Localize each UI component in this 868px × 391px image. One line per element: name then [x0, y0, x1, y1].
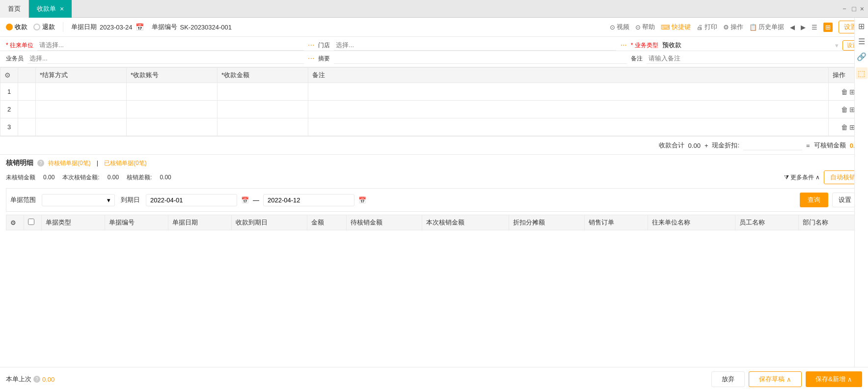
salesperson-input[interactable] — [27, 53, 304, 64]
tab-home[interactable]: 首页 — [0, 0, 29, 18]
query-button[interactable]: 查询 — [800, 193, 828, 207]
sidebar-list-icon[interactable]: ☰ — [858, 37, 865, 46]
bth-doc-type-label: 单据类型 — [46, 219, 71, 226]
help-btn[interactable]: ⊙ 帮助 — [635, 23, 655, 31]
date-calendar-icon-1[interactable]: 📅 — [241, 196, 249, 204]
bottom-info: 本单上次 ? 0.00 — [6, 375, 54, 384]
save-new-button[interactable]: 保存&新增 ∧ — [806, 371, 862, 387]
tab-receipt-label: 收款单 — [37, 4, 56, 13]
store-more-icon[interactable]: ··· — [620, 41, 626, 50]
nav-prev-icon[interactable]: ◀ — [790, 24, 795, 31]
date-field: 单据日期 2023-03-24 📅 — [71, 23, 144, 31]
radio-refund[interactable]: 退款 — [33, 23, 55, 31]
date-calendar-icon-2[interactable]: 📅 — [358, 196, 366, 204]
summary-field: 摘要 — [318, 53, 626, 64]
salesperson-more-icon[interactable]: ··· — [308, 54, 314, 63]
bth-pending-recon: 待核销金额 — [347, 215, 422, 230]
shortcut-btn[interactable]: ⌨ 快捷键 — [661, 23, 691, 31]
sidebar-expand-icon[interactable]: ⬚ — [856, 67, 868, 79]
data-table: ⚙ *结算方式 *收款账号 *收款金额 备注 — [0, 67, 868, 136]
video-btn[interactable]: ⊙ 视频 — [610, 23, 629, 31]
video-icon: ⊙ — [610, 24, 615, 31]
bth-pending-recon-label: 待核销金额 — [351, 219, 382, 226]
maximize-icon[interactable]: □ — [852, 5, 856, 13]
discount-label: 现金折扣: — [712, 141, 739, 150]
grid-view-icon[interactable]: ⊞ — [823, 23, 833, 32]
biz-type-value: 预收款 — [662, 41, 831, 50]
bth-due-date: 收款到期日 — [232, 215, 307, 230]
sidebar-table-icon[interactable]: ⊞ — [858, 22, 865, 31]
bth-counterpart-name-label: 往来单位名称 — [652, 219, 690, 226]
bth-checkbox[interactable] — [24, 215, 42, 230]
completed-tab[interactable]: 已核销单据(0笔) — [104, 159, 147, 168]
biz-type-chevron[interactable]: ▾ — [835, 42, 839, 49]
date-end-input[interactable] — [263, 194, 354, 206]
tab-separator: | — [97, 159, 98, 168]
bth-sales-order: 销售订单 — [584, 215, 648, 230]
row-1-delete-btn[interactable]: 🗑 — [841, 88, 848, 96]
calendar-icon[interactable]: 📅 — [136, 23, 144, 31]
biz-type-label: 业务类型 — [631, 41, 658, 50]
select-all-checkbox[interactable] — [28, 219, 34, 225]
remarks-field: 备注 — [631, 53, 862, 64]
current-recon-value: 0.00 — [108, 174, 119, 181]
radio-receipt-label: 收款 — [15, 23, 27, 31]
btable-settings-icon[interactable]: ⚙ — [10, 219, 16, 226]
th-settings[interactable]: ⚙ — [0, 68, 18, 83]
date-value: 2023-03-24 — [100, 24, 133, 31]
minimize-icon[interactable]: － — [841, 4, 848, 13]
save-draft-button[interactable]: 保存草稿 ∧ — [749, 371, 802, 387]
close-icon[interactable]: × — [860, 5, 864, 13]
recon-title: 核销明细 ? 待核销单据(0笔) | 已核销单据(0笔) — [6, 159, 862, 168]
row-2-empty — [18, 101, 36, 118]
tab-receipt[interactable]: 收款单 × — [29, 0, 72, 18]
bth-dept-name-label: 部门名称 — [803, 219, 828, 226]
row-2-delete-btn[interactable]: 🗑 — [841, 106, 848, 113]
diff-label: 核销差额: — [127, 173, 152, 182]
date-start-input[interactable] — [146, 194, 237, 206]
total-label: 收款合计 — [659, 141, 684, 150]
table-row: 2 🗑 ⊞ — [0, 101, 868, 118]
table-settings-icon[interactable]: ⚙ — [4, 71, 11, 79]
unrecon-value: 0.00 — [43, 174, 54, 181]
available-label: 可核销金额 — [814, 141, 846, 150]
biz-type-field: 业务类型 预收款 ▾ 设置 — [631, 40, 862, 51]
list-view-icon[interactable]: ☰ — [812, 24, 817, 31]
history-btn[interactable]: 📋 历史单据 — [749, 23, 784, 31]
operations-btn[interactable]: ⚙ 操作 — [723, 23, 743, 31]
bth-amount: 金额 — [307, 215, 346, 230]
video-label: 视频 — [617, 23, 629, 31]
discount-input[interactable] — [743, 140, 802, 150]
nav-next-icon[interactable]: ▶ — [801, 24, 806, 31]
counterpart-field: 往来单位 ··· — [6, 40, 314, 51]
save-draft-label: 保存草稿 — [759, 375, 785, 384]
summary-input[interactable] — [334, 53, 626, 64]
number-label: 单据编号 — [152, 23, 177, 31]
pending-tab[interactable]: 待核销单据(0笔) — [48, 159, 91, 168]
counterpart-label: 往来单位 — [6, 41, 33, 50]
more-conditions-label: 更多条件 — [790, 173, 814, 182]
filter-row: 单据范围 ▾ 到期日 📅 — 📅 查询 设置 — [6, 188, 862, 212]
store-input[interactable] — [334, 40, 616, 51]
row-1-account — [126, 83, 217, 101]
main-content: 收款 退款 单据日期 2023-03-24 📅 单据编号 SK-20230324… — [0, 18, 868, 391]
sidebar-link-icon[interactable]: 🔗 — [857, 52, 867, 61]
counterpart-more-icon[interactable]: ··· — [308, 41, 314, 50]
remarks-label: 备注 — [631, 55, 643, 63]
row-3-amount — [217, 118, 308, 136]
range-dropdown[interactable]: ▾ — [42, 194, 115, 206]
recon-info-icon[interactable]: ? — [37, 160, 44, 167]
remarks-input[interactable] — [647, 53, 862, 64]
more-conditions-btn[interactable]: ⧩ 更多条件 ∧ — [784, 173, 820, 182]
counterpart-input[interactable] — [37, 40, 304, 51]
abandon-button[interactable]: 放弃 — [711, 371, 745, 387]
filter-right: 查询 设置 — [800, 193, 858, 207]
radio-receipt[interactable]: 收款 — [6, 23, 27, 31]
row-3-delete-btn[interactable]: 🗑 — [841, 123, 848, 131]
print-btn[interactable]: 🖨 打印 — [697, 23, 717, 31]
help-icon: ⊙ — [635, 24, 641, 31]
bth-settings[interactable]: ⚙ — [6, 215, 24, 230]
number-value: SK-20230324-001 — [180, 24, 232, 31]
this-order-info-icon[interactable]: ? — [33, 376, 40, 383]
tab-close-icon[interactable]: × — [60, 5, 64, 13]
